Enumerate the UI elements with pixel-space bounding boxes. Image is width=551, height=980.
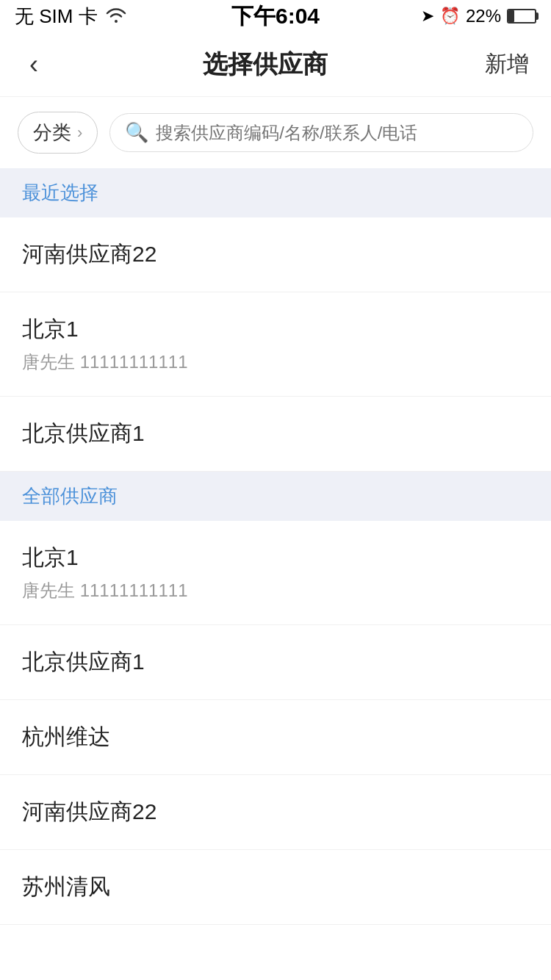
status-time: 下午6:04 xyxy=(231,1,320,32)
list-item-name: 北京1 xyxy=(22,314,529,345)
location-icon: ➤ xyxy=(421,7,434,26)
category-button[interactable]: 分类 › xyxy=(18,112,98,154)
alarm-icon: ⏰ xyxy=(440,7,460,26)
list-item[interactable]: 河南供应商22 xyxy=(0,775,551,850)
status-bar: 无 SIM 卡 下午6:04 ➤ ⏰ 22% xyxy=(0,0,551,32)
status-left: 无 SIM 卡 xyxy=(15,4,127,29)
filter-bar: 分类 › 🔍 xyxy=(0,97,551,168)
list-item[interactable]: 北京供应商1 xyxy=(0,625,551,700)
wifi-icon xyxy=(105,5,127,28)
list-item[interactable]: 北京1唐先生 11111111111 xyxy=(0,521,551,625)
list-item-name: 河南供应商22 xyxy=(22,797,529,827)
list-item-name: 北京供应商1 xyxy=(22,647,529,677)
all-section-header: 全部供应商 xyxy=(0,472,551,521)
add-button[interactable]: 新增 xyxy=(485,49,529,79)
category-label: 分类 xyxy=(33,120,71,145)
recent-section-header: 最近选择 xyxy=(0,168,551,217)
list-item-name: 苏州清风 xyxy=(22,872,529,902)
search-box[interactable]: 🔍 xyxy=(109,113,533,152)
battery-text: 22% xyxy=(466,6,501,26)
all-section-label: 全部供应商 xyxy=(22,485,118,507)
list-item-name: 北京供应商1 xyxy=(22,419,529,449)
list-item[interactable]: 苏州清风 xyxy=(0,850,551,925)
carrier-text: 无 SIM 卡 xyxy=(15,4,98,29)
recent-section-label: 最近选择 xyxy=(22,181,98,203)
list-item-sub: 唐先生 11111111111 xyxy=(22,350,529,374)
list-item-name: 北京1 xyxy=(22,543,529,573)
list-item[interactable]: 北京供应商1 xyxy=(0,397,551,472)
list-item-sub: 唐先生 11111111111 xyxy=(22,579,529,602)
search-icon: 🔍 xyxy=(125,121,148,144)
nav-bar: ‹ 选择供应商 新增 xyxy=(0,32,551,97)
list-item[interactable]: 杭州维达 xyxy=(0,700,551,775)
chevron-right-icon: › xyxy=(77,123,82,143)
list-item[interactable]: 北京1唐先生 11111111111 xyxy=(0,292,551,397)
page-title: 选择供应商 xyxy=(203,48,328,82)
list-item-name: 河南供应商22 xyxy=(22,239,529,270)
battery-icon xyxy=(507,9,536,24)
all-items-list: 北京1唐先生 11111111111北京供应商1杭州维达河南供应商22苏州清风 xyxy=(0,521,551,925)
list-item[interactable]: 河南供应商22 xyxy=(0,217,551,292)
back-button[interactable]: ‹ xyxy=(22,42,46,87)
search-input[interactable] xyxy=(156,123,518,143)
status-right: ➤ ⏰ 22% xyxy=(421,6,536,26)
list-item-name: 杭州维达 xyxy=(22,722,529,752)
recent-items-list: 河南供应商22北京1唐先生 11111111111北京供应商1 xyxy=(0,217,551,472)
